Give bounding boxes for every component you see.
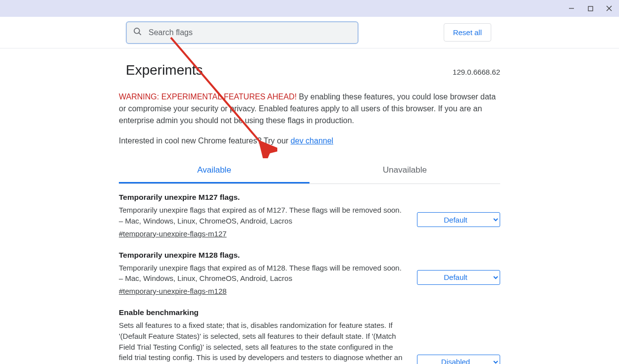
flag-description: Temporarily unexpire flags that expired … <box>119 263 407 284</box>
search-container[interactable] <box>126 21 359 44</box>
flag-state-select[interactable]: Disabled <box>417 355 500 364</box>
svg-line-5 <box>139 33 141 35</box>
page-title: Experiments <box>126 62 203 78</box>
header-bar: Reset all <box>0 17 619 48</box>
flag-state-select[interactable]: Default <box>417 270 500 285</box>
warning-text: WARNING: EXPERIMENTAL FEATURES AHEAD! By… <box>119 91 500 127</box>
tab-unavailable[interactable]: Unavailable <box>310 159 500 183</box>
flag-title: Temporarily unexpire M127 flags. <box>119 193 407 202</box>
flag-item: Temporarily unexpire M127 flags. Tempora… <box>119 184 500 242</box>
flag-anchor-link[interactable]: #temporary-unexpire-flags-m128 <box>119 287 227 295</box>
flag-description: Temporarily unexpire flags that expired … <box>119 205 407 227</box>
flag-description: Sets all features to a fixed state; that… <box>119 320 407 364</box>
dev-channel-link[interactable]: dev channel <box>291 136 333 145</box>
flag-title: Temporarily unexpire M128 flags. <box>119 251 407 260</box>
main-content: Experiments 129.0.6668.62 WARNING: EXPER… <box>119 48 500 364</box>
maximize-button[interactable] <box>584 2 596 14</box>
tabs: Available Unavailable <box>119 159 500 184</box>
warning-prefix: WARNING: EXPERIMENTAL FEATURES AHEAD! <box>119 92 297 101</box>
interested-text: Interested in cool new Chrome features? … <box>119 136 500 145</box>
reset-all-button[interactable]: Reset all <box>444 23 491 42</box>
search-icon <box>133 27 143 38</box>
flag-state-select[interactable]: Default <box>417 212 500 227</box>
svg-point-4 <box>134 28 140 34</box>
flag-item: Enable benchmarking Sets all features to… <box>119 299 500 364</box>
tab-available[interactable]: Available <box>119 159 310 183</box>
version-label: 129.0.6668.62 <box>453 68 500 76</box>
flag-title: Enable benchmarking <box>119 308 407 317</box>
search-input[interactable] <box>149 28 352 37</box>
minimize-button[interactable] <box>566 2 577 14</box>
close-button[interactable] <box>603 2 615 14</box>
flags-list: Temporarily unexpire M127 flags. Tempora… <box>119 184 500 364</box>
flag-item: Temporarily unexpire M128 flags. Tempora… <box>119 242 500 300</box>
window-titlebar <box>0 0 619 17</box>
svg-rect-1 <box>588 6 593 11</box>
flag-anchor-link[interactable]: #temporary-unexpire-flags-m127 <box>119 229 227 238</box>
